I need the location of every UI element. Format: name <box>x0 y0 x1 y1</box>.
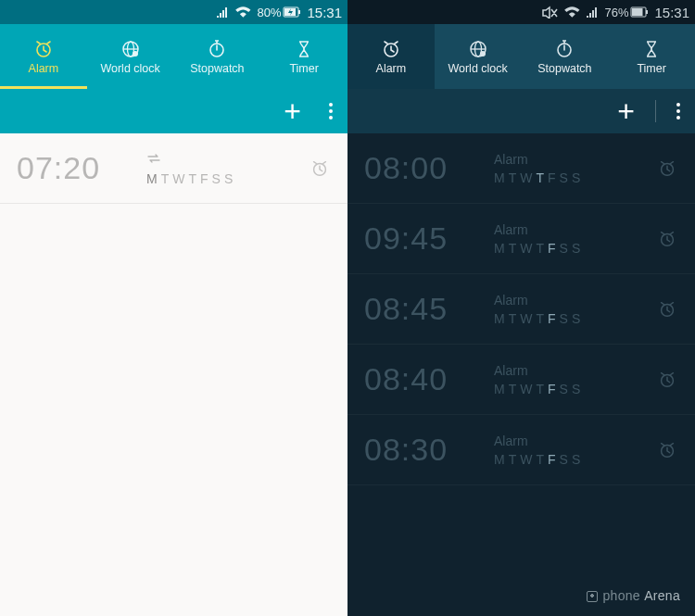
alarm-clock-icon <box>380 38 402 60</box>
alarm-row[interactable]: 09:45 Alarm MTWTFSS <box>348 204 695 274</box>
tab-bar: Alarm World clock Stopwatch Timer <box>0 24 348 89</box>
status-bar: 76% 15:31 <box>348 0 695 24</box>
action-bar: + <box>0 89 348 133</box>
action-bar: + <box>348 89 695 133</box>
stopwatch-icon <box>553 38 575 60</box>
tab-label: Alarm <box>376 62 407 75</box>
battery-percent: 80% <box>257 6 281 19</box>
overflow-menu-button[interactable] <box>669 103 688 119</box>
add-alarm-button[interactable]: + <box>276 96 309 126</box>
tab-timer[interactable]: Timer <box>608 24 695 89</box>
alarm-time: 08:00 <box>364 150 485 186</box>
alarm-row[interactable]: 08:30 Alarm MTWTFSS <box>348 415 695 485</box>
alarm-days: MTWTFSS <box>494 241 654 256</box>
alarm-toggle-icon[interactable] <box>654 158 680 179</box>
add-alarm-button[interactable]: + <box>610 96 642 126</box>
alarm-days: MTWTFSS <box>146 171 307 186</box>
alarm-label: Alarm <box>494 434 654 448</box>
status-time: 15:31 <box>654 5 689 20</box>
battery-percent: 76% <box>604 6 628 19</box>
alarm-days: MTWTFSS <box>494 170 654 185</box>
tab-bar: Alarm World clock Stopwatch Timer <box>348 24 695 89</box>
tab-label: Stopwatch <box>190 62 244 75</box>
alarm-time: 08:30 <box>364 432 485 468</box>
alarm-row[interactable]: 07:20 MTWTFSS <box>0 133 348 204</box>
separator <box>655 100 656 122</box>
globe-icon <box>467 38 489 60</box>
overflow-menu-button[interactable] <box>322 103 340 119</box>
alarm-toggle-icon[interactable] <box>654 440 680 460</box>
tab-timer[interactable]: Timer <box>260 24 348 89</box>
tab-label: Timer <box>289 62 318 75</box>
alarm-row[interactable]: 08:00 Alarm MTWTFSS <box>348 133 695 204</box>
alarm-time: 08:45 <box>364 291 485 327</box>
alarm-toggle-icon[interactable] <box>307 158 333 179</box>
globe-icon <box>120 38 142 60</box>
tab-label: World clock <box>448 62 507 75</box>
tab-label: World clock <box>100 62 159 75</box>
tab-alarm[interactable]: Alarm <box>348 24 435 89</box>
alarm-days: MTWTFSS <box>494 311 654 326</box>
alarm-label: Alarm <box>494 293 654 308</box>
alarm-time: 09:45 <box>364 220 485 257</box>
alarm-toggle-icon[interactable] <box>654 299 680 320</box>
alarm-list: 08:00 Alarm MTWTFSS 09:45 Alarm MTWTFSS … <box>348 133 695 616</box>
alarm-row[interactable]: 08:45 Alarm MTWTFSS <box>348 274 695 345</box>
alarm-list: 07:20 MTWTFSS <box>0 133 348 616</box>
wifi-icon <box>563 6 581 19</box>
alarm-days: MTWTFSS <box>494 382 654 396</box>
phone-screen-light: 80% 15:31 Alarm World clock Stopwatch Ti… <box>0 0 348 616</box>
mute-icon <box>541 6 558 19</box>
signal-icon <box>216 6 229 19</box>
signal-icon <box>586 6 599 19</box>
status-bar: 80% 15:31 <box>0 0 348 24</box>
hourglass-icon <box>640 38 663 60</box>
alarm-label: Alarm <box>494 363 654 378</box>
battery-icon <box>630 6 649 19</box>
stopwatch-icon <box>206 38 228 60</box>
alarm-clock-icon <box>32 38 55 60</box>
tab-label: Timer <box>637 62 665 75</box>
hourglass-icon <box>293 38 315 60</box>
svg-rect-9 <box>646 10 648 14</box>
status-time: 15:31 <box>307 5 342 20</box>
tab-world-clock[interactable]: World clock <box>435 24 522 89</box>
tab-label: Stopwatch <box>537 62 591 75</box>
tab-alarm[interactable]: Alarm <box>0 24 87 89</box>
alarm-toggle-icon[interactable] <box>654 229 680 249</box>
tab-stopwatch[interactable]: Stopwatch <box>174 24 261 89</box>
tab-stopwatch[interactable]: Stopwatch <box>522 24 609 89</box>
alarm-days: MTWTFSS <box>494 452 654 467</box>
battery-charging-icon <box>283 6 301 19</box>
phone-screen-dark: 76% 15:31 Alarm World clock Stopwatch Ti… <box>348 0 695 616</box>
alarm-time: 07:20 <box>17 150 137 186</box>
svg-rect-10 <box>632 8 643 16</box>
repeat-icon <box>146 151 307 168</box>
alarm-row[interactable]: 08:40 Alarm MTWTFSS <box>348 345 695 415</box>
alarm-toggle-icon[interactable] <box>654 370 680 390</box>
alarm-label: Alarm <box>494 222 654 237</box>
tab-world-clock[interactable]: World clock <box>87 24 174 89</box>
alarm-time: 08:40 <box>364 361 485 397</box>
wifi-icon <box>234 6 252 19</box>
alarm-label: Alarm <box>494 152 654 167</box>
tab-label: Alarm <box>29 62 59 75</box>
svg-rect-6 <box>298 10 300 14</box>
